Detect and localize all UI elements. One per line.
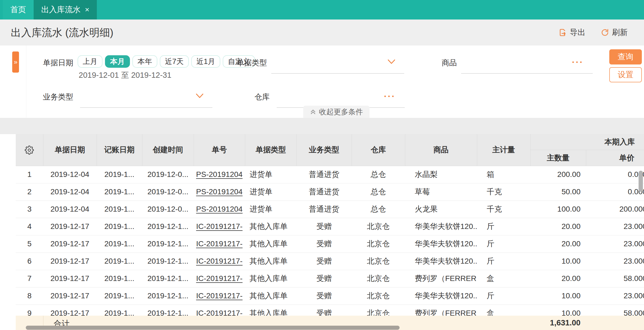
date-pill-0[interactable]: 上月: [78, 55, 103, 68]
cell-unit: 斤: [477, 287, 530, 305]
cell-doc_date: 2019-12-17: [43, 270, 97, 287]
tab-close-icon[interactable]: ×: [85, 6, 89, 14]
doc-no-link[interactable]: IC-20191217-: [196, 257, 243, 265]
cell-doc_no[interactable]: IC-20191217-: [194, 270, 245, 287]
cell-doc_type: 进货单: [245, 166, 297, 183]
warehouse-input[interactable]: [278, 93, 388, 105]
column-header-warehouse: 仓库: [352, 134, 405, 166]
chevron-down-icon[interactable]: [196, 93, 204, 99]
doc-no-link[interactable]: IC-20191217-: [196, 274, 243, 283]
cell-create_time: 2019-12-1...: [142, 287, 194, 305]
cell-doc_no[interactable]: IC-20191217-: [194, 235, 245, 253]
goods-input[interactable]: [462, 59, 576, 70]
cell-warehouse: 总仓: [352, 166, 405, 183]
doc-no-link[interactable]: IC-20191217-: [196, 292, 243, 300]
cell-biz_type: 受赠: [297, 287, 352, 305]
double-chevron-right-icon: »: [14, 58, 17, 66]
cell-warehouse: 总仓: [352, 200, 405, 218]
chevron-down-icon[interactable]: [387, 59, 396, 64]
cell-create_time: 2019-12-0...: [142, 200, 194, 218]
query-button[interactable]: 查询: [609, 49, 642, 64]
cell-index: 6: [16, 253, 43, 270]
column-settings-button[interactable]: [16, 134, 43, 166]
cell-doc_no[interactable]: PS-20191204: [194, 166, 245, 183]
doc-no-link[interactable]: PS-20191204: [196, 205, 243, 213]
doc-no-link[interactable]: IC-20191217-: [196, 240, 243, 248]
cell-goods: 华美华夫软饼120...: [405, 253, 477, 270]
cell-qty: 20.00: [530, 235, 586, 253]
date-range-text[interactable]: 2019-12-01 至 2019-12-31: [79, 70, 171, 81]
cell-unit: 千克: [477, 200, 530, 218]
cell-goods: 水晶梨: [405, 166, 477, 183]
collapse-conditions-button[interactable]: 收起更多条件: [303, 106, 369, 118]
tab-stock-flow[interactable]: 出入库流水 ×: [34, 0, 97, 20]
cell-doc_no[interactable]: IC-20191217-: [194, 253, 245, 270]
date-pill-4[interactable]: 近1月: [191, 55, 220, 68]
horizontal-scrollbar-thumb[interactable]: [26, 326, 400, 330]
settings-button[interactable]: 设置: [609, 67, 642, 82]
cell-qty: 20.00: [530, 218, 586, 235]
doc-type-input[interactable]: [272, 59, 388, 70]
cell-biz_type: 普通进货: [297, 183, 352, 200]
cell-doc_no[interactable]: IC-20191217-: [194, 218, 245, 235]
cell-qty: 10.00: [530, 253, 586, 270]
cell-doc_no[interactable]: IC-20191217-: [194, 287, 245, 305]
export-button[interactable]: 导出: [558, 27, 585, 38]
cell-qty: 10.00: [530, 287, 586, 305]
cell-price: 23.0000: [586, 253, 644, 270]
doc-type-label: 单据类型: [237, 57, 267, 68]
cell-account_date: 2019-1...: [97, 287, 142, 305]
biz-type-input[interactable]: [81, 93, 196, 105]
more-options-icon[interactable]: ···: [572, 57, 584, 67]
warehouse-field: ···: [277, 89, 405, 108]
cell-biz_type: 普通进货: [297, 200, 352, 218]
cell-index: 7: [16, 270, 43, 287]
more-options-icon[interactable]: ···: [384, 92, 396, 101]
cell-price: 23.0000: [586, 287, 644, 305]
doc-no-link[interactable]: PS-20191204: [196, 170, 243, 179]
biz-type-field: [80, 89, 212, 108]
cell-price: 0.0000: [586, 183, 644, 200]
collapse-conditions-label: 收起更多条件: [319, 107, 363, 117]
date-pill-2[interactable]: 本年: [132, 55, 157, 68]
table-body: 12019-12-042019-1...2019-12-0...PS-20191…: [16, 166, 644, 322]
cell-create_time: 2019-12-1...: [142, 270, 194, 287]
page-title: 出入库流水 (流水明细): [11, 26, 113, 40]
cell-doc_no[interactable]: PS-20191204: [194, 183, 245, 200]
cell-unit: 斤: [477, 253, 530, 270]
tab-home[interactable]: 首页: [3, 0, 34, 20]
cell-goods: 华美华夫软饼120...: [405, 287, 477, 305]
cell-doc_no[interactable]: PS-20191204: [194, 200, 245, 218]
cell-account_date: 2019-1...: [97, 253, 142, 270]
doc-no-link[interactable]: IC-20191217-: [196, 222, 243, 231]
table-row: 82019-12-172019-1...2019-12-1...IC-20191…: [16, 287, 644, 305]
cell-create_time: 2019-12-1...: [142, 218, 194, 235]
column-header-goods: 商品: [405, 134, 477, 166]
column-header-create_time: 创建时间: [142, 134, 194, 166]
gear-icon: [25, 145, 34, 155]
cell-account_date: 2019-1...: [97, 270, 142, 287]
cell-biz_type: 受赠: [297, 235, 352, 253]
refresh-button[interactable]: 刷新: [601, 27, 628, 38]
doc-no-link[interactable]: PS-20191204: [196, 187, 243, 196]
cell-goods: 火龙果: [405, 200, 477, 218]
date-pill-3[interactable]: 近7天: [160, 55, 189, 68]
date-pill-1[interactable]: 本月: [105, 55, 130, 68]
vertical-scrollbar-thumb[interactable]: [639, 171, 643, 192]
page-header: 出入库流水 (流水明细) 导出 刷新: [0, 20, 644, 46]
cell-biz_type: 普通进货: [297, 166, 352, 183]
cell-goods: 华美华夫软饼120...: [405, 235, 477, 253]
cell-warehouse: 北京仓: [352, 253, 405, 270]
cell-doc_type: 进货单: [245, 183, 297, 200]
cell-doc_date: 2019-12-04: [43, 183, 97, 200]
column-group-inbound: 本期入库: [530, 134, 644, 150]
total-qty-value: 1,631.00: [550, 318, 581, 327]
cell-create_time: 2019-12-0...: [142, 166, 194, 183]
cell-price: 23.0000: [586, 218, 644, 235]
cell-create_time: 2019-12-0...: [142, 183, 194, 200]
expand-sidebar-button[interactable]: »: [12, 51, 19, 73]
column-header-doc_date: 单据日期: [43, 134, 97, 166]
cell-warehouse: 北京仓: [352, 287, 405, 305]
cell-goods: 草莓: [405, 183, 477, 200]
cell-biz_type: 受赠: [297, 218, 352, 235]
